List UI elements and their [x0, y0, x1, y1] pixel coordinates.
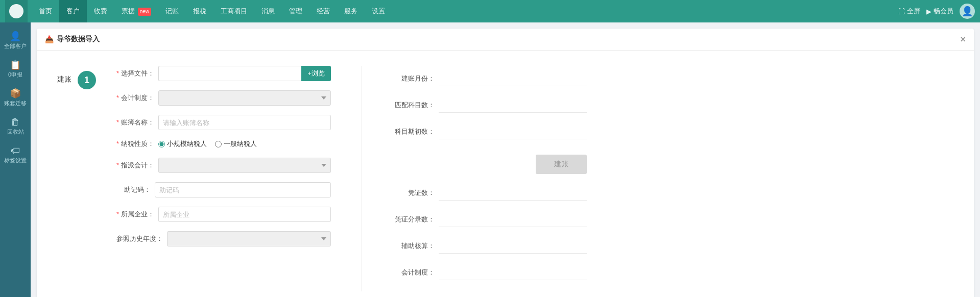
info-row-initial-amount: 科目期初数： [393, 124, 587, 139]
recycle-icon: 🗑 [11, 117, 20, 127]
info-row-voucher-entries: 凭证分录数： [393, 212, 587, 227]
tax-type-row: 纳税性质： 小规模纳税人 一般纳税人 [116, 139, 331, 148]
fullscreen-btn[interactable]: ⛶ 全屏 [898, 7, 920, 16]
match-subjects-value [439, 97, 587, 113]
accountant-label: 指派会计： [116, 161, 158, 170]
company-input[interactable] [158, 207, 331, 222]
tag-settings-icon: 🏷 [11, 146, 20, 155]
step-badge: 1 [78, 71, 96, 89]
info-panel: 建账月份： 匹配科目数： 科目期初数： 建账 [393, 66, 587, 291]
nav-clients[interactable]: 客户 [59, 0, 87, 22]
content-area: 📥 导爷数据导入 × 建账 1 选择文件： [31, 22, 980, 297]
nav-billing[interactable]: 收费 [87, 0, 114, 22]
sidebar: 👤 全部客户 📋 0申报 📦 账套迁移 🗑 回收站 🏷 标签设置 [0, 22, 31, 297]
nav-manage[interactable]: 管理 [282, 0, 309, 22]
nav-tax[interactable]: 报税 [186, 0, 213, 22]
app-logo[interactable] [5, 0, 28, 22]
history-year-row: 参照历史年度： [116, 231, 331, 246]
nav-messages[interactable]: 消息 [254, 0, 282, 22]
account-migration-icon: 📦 [10, 89, 21, 98]
step-section: 建账 1 [57, 66, 96, 291]
accounting-system-row: 会计制度： [116, 90, 331, 106]
info-row-jianzhang-month: 建账月份： [393, 71, 587, 86]
ledger-name-label: 账簿名称： [116, 118, 158, 127]
accounting-system-info-label: 会计制度： [393, 268, 439, 277]
accountant-select[interactable] [158, 158, 331, 173]
sidebar-item-declaration[interactable]: 📋 0申报 [1, 56, 30, 83]
file-input-group: +浏览 [158, 66, 331, 81]
small-taxpayer-option[interactable]: 小规模纳税人 [158, 139, 207, 148]
panel-title: 导爷数据导入 [57, 35, 100, 44]
info-row-voucher-count: 凭证数： [393, 185, 587, 201]
nav-invoices[interactable]: 票据 new [114, 0, 158, 22]
nav-accounting[interactable]: 记账 [158, 0, 186, 22]
new-badge: new [138, 8, 151, 16]
nav-home[interactable]: 首页 [32, 0, 59, 22]
panel-title-group: 📥 导爷数据导入 [45, 35, 100, 44]
jianzhang-month-value [439, 71, 587, 86]
file-label: 选择文件： [116, 69, 158, 78]
voucher-entries-value [439, 212, 587, 227]
history-year-label: 参照历史年度： [116, 234, 167, 243]
small-taxpayer-radio[interactable] [158, 141, 165, 147]
info-row-accounting-system: 会计制度： [393, 265, 587, 280]
avatar[interactable]: 👤 [960, 4, 975, 19]
panel-title-icon: 📥 [45, 35, 54, 43]
memo-row: 助记码： [116, 182, 331, 197]
ledger-name-input[interactable] [158, 115, 331, 130]
close-button[interactable]: × [960, 35, 966, 44]
nav-items: 首页 客户 收费 票据 new 记账 报税 工商项目 消息 管理 经营 服务 设… [32, 0, 392, 22]
nav-right: ⛶ 全屏 ▶ 畅会员 👤 [898, 4, 975, 19]
sidebar-item-all-clients[interactable]: 👤 全部客户 [1, 28, 30, 54]
browse-button[interactable]: +浏览 [301, 66, 331, 81]
history-year-select[interactable] [167, 231, 331, 246]
vertical-divider [362, 66, 362, 291]
voucher-entries-label: 凭证分录数： [393, 215, 439, 224]
initial-amount-label: 科目期初数： [393, 127, 439, 136]
vip-btn[interactable]: ▶ 畅会员 [926, 7, 953, 16]
main-layout: 👤 全部客户 📋 0申报 📦 账套迁移 🗑 回收站 🏷 标签设置 📥 导爷 [0, 22, 980, 297]
logo-icon [9, 4, 23, 18]
auxiliary-label: 辅助核算： [393, 241, 439, 251]
form-body: 建账 1 选择文件： +浏览 会计制度： [37, 51, 974, 297]
general-taxpayer-option[interactable]: 一般纳税人 [215, 139, 257, 148]
create-account-button[interactable]: 建账 [536, 155, 587, 174]
fullscreen-icon: ⛶ [898, 8, 905, 15]
panel-header: 📥 导爷数据导入 × [37, 29, 974, 51]
nav-business[interactable]: 工商项目 [213, 0, 254, 22]
accounting-system-info-value [439, 265, 587, 280]
form-fields: 选择文件： +浏览 会计制度： [116, 66, 331, 291]
avatar-icon: 👤 [962, 6, 973, 17]
file-input[interactable] [158, 66, 302, 81]
tax-type-radio-group: 小规模纳税人 一般纳税人 [158, 139, 331, 148]
company-row: 所属企业： [116, 207, 331, 222]
nav-settings[interactable]: 设置 [365, 0, 392, 22]
voucher-count-value [439, 185, 587, 201]
vip-icon: ▶ [926, 8, 931, 15]
initial-amount-value [439, 124, 587, 139]
memo-label: 助记码： [116, 185, 155, 194]
tax-type-label: 纳税性质： [116, 139, 158, 148]
top-navigation: 首页 客户 收费 票据 new 记账 报税 工商项目 消息 管理 经营 服务 设… [0, 0, 980, 22]
sidebar-item-recycle[interactable]: 🗑 回收站 [1, 113, 30, 140]
accountant-row: 指派会计： [116, 158, 331, 173]
all-clients-icon: 👤 [10, 32, 21, 41]
auxiliary-value [439, 238, 587, 254]
accounting-system-label: 会计制度： [116, 93, 158, 103]
jianzhang-month-label: 建账月份： [393, 74, 439, 83]
general-taxpayer-radio[interactable] [215, 141, 222, 147]
sidebar-item-tag-settings[interactable]: 🏷 标签设置 [1, 142, 30, 168]
nav-services[interactable]: 服务 [337, 0, 365, 22]
memo-input[interactable] [155, 182, 331, 197]
info-row-match-subjects: 匹配科目数： [393, 97, 587, 113]
match-subjects-label: 匹配科目数： [393, 101, 439, 110]
company-label: 所属企业： [116, 210, 158, 219]
info-row-auxiliary: 辅助核算： [393, 238, 587, 254]
step-label: 建账 [57, 71, 71, 84]
accounting-system-select[interactable] [158, 90, 331, 106]
create-btn-row: 建账 [393, 151, 587, 174]
voucher-count-label: 凭证数： [393, 188, 439, 197]
nav-operations[interactable]: 经营 [309, 0, 337, 22]
sidebar-item-account-migration[interactable]: 📦 账套迁移 [1, 85, 30, 111]
ledger-name-row: 账簿名称： [116, 115, 331, 130]
